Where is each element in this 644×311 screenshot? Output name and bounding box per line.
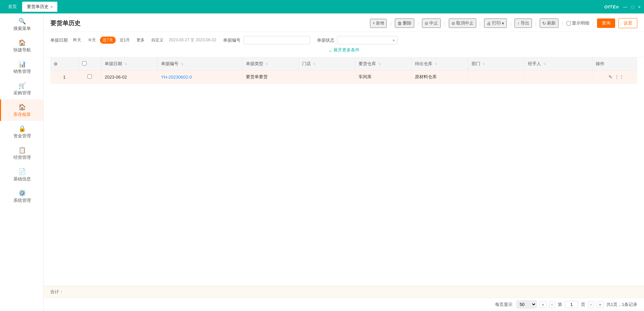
- date-filter-label: 单据日期: [50, 37, 68, 43]
- tab-home[interactable]: 首页: [3, 2, 21, 12]
- divider-3: |: [444, 21, 445, 26]
- stop-button[interactable]: ⊘ 中止: [422, 18, 441, 28]
- col-req-warehouse-sort-icon[interactable]: ⇅: [378, 62, 381, 66]
- tab-list: 首页 要货单历史 ×: [3, 2, 604, 12]
- sidebar-item-finance-mgmt[interactable]: 🔒 资金管理: [0, 121, 43, 142]
- display-detail-label: 显示明细: [572, 20, 589, 26]
- col-settings-header[interactable]: ⚙: [50, 57, 78, 71]
- cancel-stop-button[interactable]: ⊘ 取消中止: [449, 18, 476, 28]
- print-label: 打印: [492, 20, 501, 26]
- sidebar-item-quick-nav[interactable]: 🏠 快捷导航: [0, 35, 43, 56]
- row-handler: [524, 71, 592, 84]
- page-size-select[interactable]: 20 50 100: [517, 301, 537, 308]
- row-store: [299, 71, 355, 84]
- table-row[interactable]: 1 2023-06-02 YH-20230602-0 要货单要货 车间库 原材料…: [50, 71, 637, 84]
- date-btn-7days[interactable]: 近7天: [100, 37, 116, 44]
- export-label: 导出: [521, 20, 529, 26]
- divider-1: |: [390, 21, 391, 26]
- content-area: 要货单历史 + 新增 | 🗑 删除 | ⊘ 中止 | ⊘ 取消中止 |: [44, 13, 644, 311]
- search-menu-icon: 🔍: [18, 18, 26, 24]
- divider-8: |: [593, 21, 594, 26]
- col-date-sort-icon[interactable]: ⇅: [124, 62, 127, 66]
- sidebar-item-system-mgmt[interactable]: ⚙️ 系统管理: [0, 185, 43, 207]
- settings-button[interactable]: 设置: [619, 18, 637, 28]
- display-detail-toggle[interactable]: 显示明细: [567, 20, 589, 26]
- sidebar-item-inventory[interactable]: 🏠 库存核算: [0, 99, 43, 121]
- delete-button[interactable]: 🗑 删除: [395, 18, 414, 28]
- quick-nav-icon: 🏠: [18, 40, 26, 46]
- date-btn-custom[interactable]: 自定义: [149, 37, 166, 44]
- col-handler-sort-icon[interactable]: ⇅: [543, 62, 546, 66]
- query-button[interactable]: 查询: [597, 18, 615, 28]
- col-number-sort-icon[interactable]: ⇅: [181, 62, 183, 66]
- divider-2: |: [418, 21, 419, 26]
- row-actions: ✎ ⋮⋮: [592, 71, 637, 84]
- col-checkbox-header[interactable]: [78, 57, 101, 71]
- new-button[interactable]: + 新增: [370, 19, 387, 28]
- col-req-warehouse-header: 要货仓库 ⇅: [355, 57, 412, 71]
- minimize-btn[interactable]: —: [623, 4, 628, 9]
- sidebar-item-search-menu[interactable]: 🔍 搜索菜单: [0, 13, 43, 35]
- doc-number-input[interactable]: [243, 36, 310, 44]
- table-area: ⚙ 单据日期 ⇅ 单据编号 ⇅ 单据类型: [44, 57, 644, 286]
- col-store-label: 门店: [302, 61, 311, 66]
- tab-requisition-history[interactable]: 要货单历史 ×: [22, 2, 57, 12]
- col-req-warehouse-label: 要货仓库: [359, 61, 376, 66]
- doc-status-select[interactable]: [337, 36, 397, 44]
- sales-mgmt-icon: 📊: [18, 61, 26, 67]
- tab-close-icon[interactable]: ×: [51, 5, 53, 9]
- prev-page-btn[interactable]: ‹: [549, 301, 555, 308]
- table-header: ⚙ 单据日期 ⇅ 单据编号 ⇅ 单据类型: [50, 57, 637, 71]
- col-wait-warehouse-label: 待出仓库: [415, 61, 432, 66]
- date-btn-1month[interactable]: 近1月: [117, 37, 133, 44]
- col-wait-warehouse-sort-icon[interactable]: ⇅: [435, 62, 437, 66]
- sidebar-item-basic-info[interactable]: 📄 基础信息: [0, 164, 43, 185]
- filter-area: 单据日期 昨天 今天 近7天 近1月 更多 自定义 2023-05-27 至 2…: [44, 32, 644, 57]
- doc-number-label: 单据编号: [223, 37, 240, 43]
- sidebar-item-sales-mgmt[interactable]: 📊 销售管理: [0, 56, 43, 78]
- sidebar-item-purchase-mgmt[interactable]: 🛒 采购管理: [0, 78, 43, 99]
- display-detail-checkbox[interactable]: [567, 21, 571, 26]
- row-edit-btn[interactable]: ✎: [607, 73, 614, 81]
- row-date: 2023-06-02: [101, 71, 157, 84]
- maximize-btn[interactable]: □: [632, 4, 634, 9]
- date-btn-more[interactable]: 更多: [134, 37, 147, 44]
- col-date-header: 单据日期 ⇅: [101, 57, 157, 71]
- row-number-link[interactable]: YH-20230602-0: [161, 75, 192, 80]
- print-button[interactable]: 🖨 打印 ▾: [484, 18, 507, 28]
- sidebar-item-search-menu-label: 搜索菜单: [13, 26, 31, 32]
- date-btn-yesterday[interactable]: 昨天: [70, 37, 84, 44]
- row-more-btn[interactable]: ⋮⋮: [615, 73, 623, 81]
- col-type-sort-icon[interactable]: ⇅: [265, 62, 268, 66]
- sidebar-item-sales-mgmt-label: 销售管理: [13, 69, 31, 75]
- last-page-btn[interactable]: »: [597, 301, 604, 308]
- page-header: 要货单历史 + 新增 | 🗑 删除 | ⊘ 中止 | ⊘ 取消中止 |: [44, 13, 644, 32]
- expand-more-btn[interactable]: ⌄ 展开更多条件: [50, 47, 637, 53]
- sidebar: 🔍 搜索菜单 🏠 快捷导航 📊 销售管理 🛒 采购管理 🏠 库存核算 🔒 资金管…: [0, 13, 44, 311]
- page-number-input[interactable]: [565, 301, 578, 308]
- tab-home-label: 首页: [8, 4, 17, 10]
- row-checkbox[interactable]: [88, 74, 92, 79]
- page-size-label: 每页显示: [495, 302, 513, 308]
- select-all-checkbox[interactable]: [82, 61, 87, 65]
- footer-total-label: 合计：: [50, 289, 63, 295]
- brand-logo: OfTEn: [604, 4, 619, 9]
- page-total-info: 共1页，1条记录: [606, 302, 637, 308]
- close-btn[interactable]: ×: [638, 4, 641, 9]
- sidebar-item-quick-nav-label: 快捷导航: [13, 47, 31, 53]
- date-btn-today[interactable]: 今天: [85, 37, 99, 44]
- col-type-header: 单据类型 ⇅: [242, 57, 299, 71]
- export-button[interactable]: ↑ 导出: [515, 18, 532, 28]
- sidebar-item-operations-mgmt[interactable]: 📋 经营管理: [0, 142, 43, 164]
- col-dept-sort-icon[interactable]: ⇅: [482, 62, 485, 66]
- page-jump-label: 第: [558, 302, 562, 308]
- col-dept-header: 部门 ⇅: [468, 57, 524, 71]
- pagination-area: 每页显示 20 50 100 « ‹ 第 页 › » 共1页，1条记录: [44, 298, 644, 311]
- row-checkbox-cell[interactable]: [78, 71, 101, 84]
- doc-status-select-wrapper: [337, 36, 397, 44]
- next-page-btn[interactable]: ›: [588, 301, 594, 308]
- col-store-sort-icon[interactable]: ⇅: [313, 62, 316, 66]
- sidebar-item-basic-info-label: 基础信息: [13, 176, 31, 182]
- refresh-button[interactable]: ↻ 刷新: [540, 18, 558, 28]
- first-page-btn[interactable]: «: [539, 301, 546, 308]
